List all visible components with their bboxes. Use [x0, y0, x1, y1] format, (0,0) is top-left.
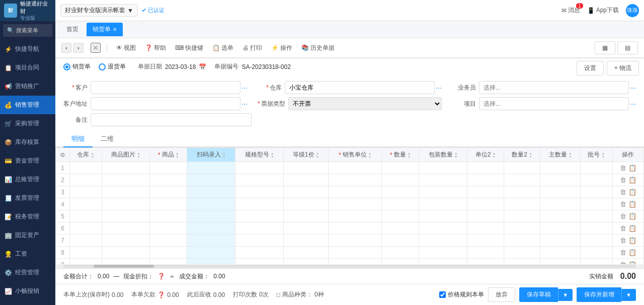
copy-icon[interactable]: 📋	[628, 261, 636, 264]
company-selector[interactable]: 好业财专业版演示帐套 ▼	[60, 4, 138, 17]
warehouse-select-button[interactable]: ···	[436, 84, 442, 92]
tax-icon: 📝	[4, 213, 12, 221]
tab-2d[interactable]: 二维	[93, 131, 122, 147]
sidebar-item-quick-nav[interactable]: ⚡ 快捷导航	[0, 40, 55, 58]
delete-icon[interactable]: 🗑	[620, 164, 626, 172]
delete-icon[interactable]: 🗑	[620, 212, 626, 220]
customer-select-button[interactable]: ···	[242, 84, 248, 92]
customer-row: 客户 ···	[63, 81, 248, 94]
tab-sales-order[interactable]: 销货单 ✕	[87, 23, 123, 36]
delete-icon[interactable]: 🗑	[620, 188, 626, 196]
nav-next-button[interactable]: ›	[73, 43, 84, 53]
invoice-icon: 🧾	[4, 194, 12, 202]
invoice-row: 票据类型 不开票	[258, 97, 442, 110]
sidebar-item-fixed[interactable]: 🏢 固定资产	[0, 226, 55, 245]
toolbar-view-button[interactable]: 👁 视图	[113, 42, 139, 54]
scrollbar-track	[63, 265, 636, 268]
toolbar-layout-btn2[interactable]: ▤	[617, 41, 638, 54]
copy-icon[interactable]: 📋	[628, 237, 636, 244]
sidebar-item-accounting[interactable]: 📊 总账管理	[0, 170, 55, 189]
sidebar-item-tax[interactable]: 📝 税务管理	[0, 207, 55, 226]
tab-close-icon[interactable]: ✕	[113, 27, 117, 32]
th-goods: 商品▲▼	[150, 148, 187, 162]
copy-icon[interactable]: 📋	[628, 224, 636, 232]
save-draft-main-button[interactable]: 保存草稿	[519, 287, 558, 302]
sidebar-item-stock[interactable]: 📦 库存核算	[0, 133, 55, 151]
sidebar-search[interactable]: 🔍 搜索菜单	[0, 21, 55, 40]
table-scroll-area[interactable]: ⚙ 仓库▲▼ 商品图片▲▼ 商品▲▼	[55, 147, 644, 264]
note-input[interactable]	[91, 113, 252, 126]
copy-icon[interactable]: 📋	[628, 188, 636, 196]
toolbar-shortcut-button[interactable]: ⌨ 快捷键	[172, 42, 206, 54]
calendar-icon[interactable]: 📅	[199, 63, 206, 70]
delete-icon[interactable]: 🗑	[620, 261, 626, 264]
sidebar-item-base[interactable]: 🗂️ 基础信息	[0, 300, 55, 305]
sidebar-item-project[interactable]: 📋 项目合同	[0, 58, 55, 77]
user-avatar[interactable]: 珠珠	[626, 4, 639, 17]
warehouse-input[interactable]	[285, 81, 435, 94]
copy-icon[interactable]: 📋	[628, 249, 636, 256]
logistics-button[interactable]: + 物流	[607, 61, 639, 75]
toolbar-print-button[interactable]: 🖨 打印	[239, 42, 265, 54]
delete-icon[interactable]: 🗑	[620, 176, 626, 184]
help-debt-icon[interactable]: ❓	[157, 291, 165, 298]
goods-type-checkbox[interactable]: □	[277, 291, 280, 298]
horizontal-scrollbar[interactable]	[55, 264, 644, 268]
project-select-button[interactable]: ···	[630, 100, 636, 108]
operation-icon: ⚙️	[4, 269, 12, 277]
toolbar-close-button[interactable]: ✕	[91, 43, 101, 53]
customer-input[interactable]	[91, 81, 240, 94]
copy-icon[interactable]: 📋	[628, 200, 636, 208]
search-menu-button[interactable]: 🔍 搜索菜单	[3, 24, 52, 37]
save-draft-arrow-button[interactable]: ▼	[558, 289, 573, 301]
copy-icon[interactable]: 📋	[628, 212, 636, 220]
sidebar-item-purchase[interactable]: 🛒 采购管理	[0, 114, 55, 133]
salesperson-select-button[interactable]: ···	[630, 84, 636, 92]
price-rule-check[interactable]: 价格规则本单	[439, 290, 484, 299]
scrollbar-thumb[interactable]	[94, 265, 154, 268]
toolbar-select-button[interactable]: 📋 选单	[209, 42, 236, 54]
cancel-button[interactable]: 放弃	[488, 287, 515, 302]
sidebar-item-operation[interactable]: ⚙️ 经营管理	[0, 263, 55, 282]
toolbar-operate-button[interactable]: ⚡ 操作	[268, 42, 295, 54]
message-badge: 1	[576, 3, 583, 9]
sidebar-item-labor[interactable]: 👷 工资	[0, 245, 55, 263]
tab-detail[interactable]: 明细	[63, 131, 93, 147]
invoice-select-group: 不开票	[288, 97, 442, 110]
table-row: 4🗑📋	[56, 198, 644, 210]
sidebar-item-invoice[interactable]: 🧾 发票管理	[0, 189, 55, 207]
delete-icon[interactable]: 🗑	[620, 200, 626, 208]
copy-icon[interactable]: 📋	[628, 164, 636, 172]
delete-icon[interactable]: 🗑	[620, 224, 626, 232]
sale-order-radio[interactable]: 销货单	[63, 62, 91, 71]
help-circle-icon[interactable]: ❓	[157, 273, 165, 280]
toolbar-layout-btn1[interactable]: ▦	[595, 41, 615, 54]
salesperson-input[interactable]	[479, 81, 629, 94]
price-rule-checkbox[interactable]	[439, 291, 446, 298]
project-input[interactable]	[479, 97, 629, 110]
sidebar-item-marketing[interactable]: 📢 营销推广	[0, 77, 55, 96]
sidebar-item-sales[interactable]: 💰 销售管理	[0, 96, 55, 114]
th-settings[interactable]: ⚙	[56, 148, 70, 162]
copy-icon[interactable]: 📋	[628, 176, 636, 184]
toolbar-history-button[interactable]: 📚 历史单据	[298, 42, 338, 54]
delete-icon[interactable]: 🗑	[620, 249, 626, 256]
set-button[interactable]: 设置	[577, 61, 604, 75]
save-new-arrow-button[interactable]: ▼	[621, 289, 636, 301]
form-area: 销货单 退货单 单据日期 2023-03-18 📅 单据编号	[55, 58, 644, 131]
app-download-button[interactable]: 📱 App下载	[587, 6, 619, 15]
delete-icon[interactable]: 🗑	[620, 237, 626, 244]
address-select-button[interactable]: ···	[242, 100, 248, 108]
return-order-radio[interactable]: 退货单	[99, 62, 126, 71]
settings-gear-icon[interactable]: ⚙	[60, 151, 65, 159]
nav-prev-button[interactable]: ‹	[61, 43, 71, 53]
save-new-main-button[interactable]: 保存并新增	[577, 287, 621, 302]
toolbar-help-button[interactable]: ❓ 帮助	[142, 42, 169, 54]
sidebar-item-report[interactable]: 📈 小畅报销	[0, 282, 55, 300]
fixed-icon: 🏢	[4, 232, 12, 240]
address-input[interactable]	[91, 97, 240, 110]
tab-home[interactable]: 首页	[60, 23, 85, 36]
invoice-select[interactable]: 不开票	[288, 97, 442, 110]
message-button[interactable]: ✉ 消息 1	[561, 6, 580, 15]
sidebar-item-capital[interactable]: 💳 资金管理	[0, 151, 55, 170]
